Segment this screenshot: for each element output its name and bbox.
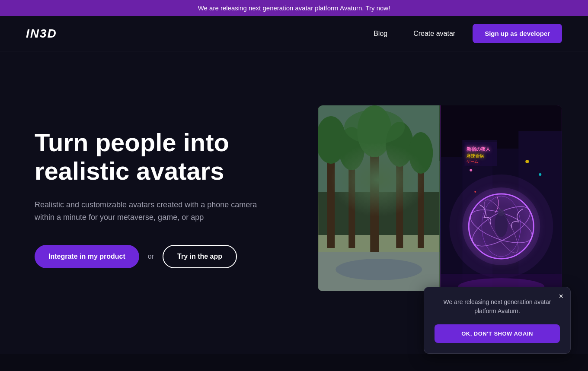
nav-right: Blog Create avatar Sign up as developer: [374, 24, 562, 43]
nav-blog[interactable]: Blog: [374, 30, 387, 38]
announcement-text: We are releasing next generation avatar …: [198, 4, 390, 12]
navbar: IN3D Blog Create avatar Sign up as devel…: [0, 16, 588, 51]
nav-create-avatar[interactable]: Create avatar: [413, 30, 455, 38]
svg-rect-9: [396, 144, 403, 248]
popup-close-button[interactable]: ×: [559, 292, 563, 300]
svg-point-15: [336, 259, 422, 280]
svg-rect-11: [418, 153, 424, 248]
hero-actions: Integrate in my product or Try in the ap…: [35, 245, 285, 268]
svg-rect-7: [370, 131, 379, 252]
or-separator: or: [148, 253, 154, 260]
svg-text:麻辣香锅: 麻辣香锅: [467, 153, 484, 158]
signup-developer-button[interactable]: Sign up as developer: [473, 24, 562, 43]
popup-notification: × We are releasing next generation avata…: [424, 287, 571, 354]
nav-links: Blog Create avatar: [374, 30, 455, 38]
hero-image-neon: 新宿の夜人 麻辣香锅 ゲーム: [440, 105, 562, 291]
svg-point-34: [498, 209, 505, 216]
svg-point-12: [409, 132, 433, 174]
svg-point-13: [344, 110, 405, 144]
hero-content: Turn people into realistic avatars Reali…: [35, 128, 285, 269]
hero-image-container: 新宿の夜人 麻辣香锅 ゲーム: [318, 105, 562, 291]
svg-point-36: [525, 160, 529, 163]
announcement-banner[interactable]: We are releasing next generation avatar …: [0, 0, 588, 16]
svg-point-38: [474, 191, 476, 193]
try-app-button[interactable]: Try in the app: [163, 245, 237, 268]
svg-point-35: [470, 169, 472, 171]
svg-rect-5: [348, 149, 355, 248]
svg-text:ゲーム: ゲーム: [467, 159, 478, 164]
hero-description: Realistic and customizable avatars creat…: [35, 199, 259, 224]
hero-image-park: [318, 105, 440, 291]
bottom-section: [0, 354, 588, 371]
integrate-button[interactable]: Integrate in my product: [35, 245, 139, 268]
hero-images: 新宿の夜人 麻辣香锅 ゲーム: [311, 105, 562, 291]
svg-text:新宿の夜人: 新宿の夜人: [467, 146, 491, 152]
svg-point-37: [539, 173, 541, 176]
popup-ok-button[interactable]: OK, DON'T SHOW AGAIN: [435, 324, 560, 343]
logo[interactable]: IN3D: [26, 27, 57, 41]
hero-title: Turn people into realistic avatars: [35, 128, 285, 186]
popup-text: We are releasing next generation avatar …: [435, 298, 560, 316]
